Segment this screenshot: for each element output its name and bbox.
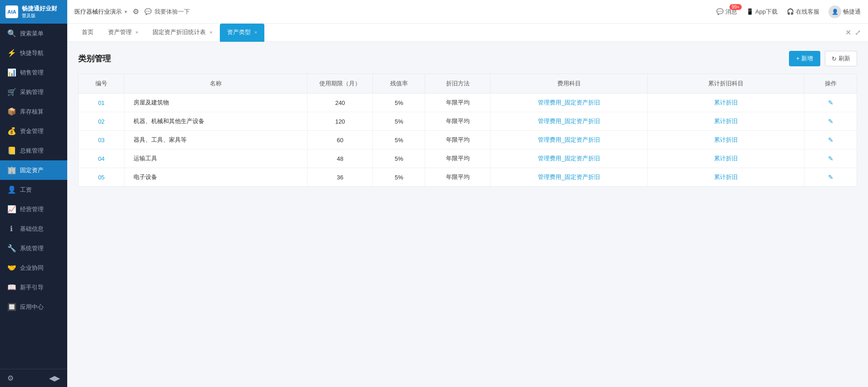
- tab-asset-close-icon[interactable]: ×: [135, 30, 138, 35]
- sidebar-item-funds[interactable]: 💰 资金管理: [0, 121, 67, 141]
- tab-home-label: 首页: [82, 28, 94, 36]
- refresh-button[interactable]: ↻ 刷新: [825, 51, 857, 66]
- edit-icon[interactable]: ✎: [828, 99, 833, 106]
- edit-icon[interactable]: ✎: [828, 118, 833, 125]
- cell-expense: 管理费用_固定资产折旧: [491, 94, 647, 112]
- demo-selector[interactable]: 医疗器械行业演示 ▾: [74, 8, 127, 16]
- tab-home[interactable]: 首页: [74, 24, 101, 42]
- sidebar-label-sales: 销售管理: [20, 69, 44, 77]
- col-header-period: 使用期限（月）: [308, 74, 373, 94]
- new-button[interactable]: + 新增: [789, 51, 820, 66]
- app-download-label: App下载: [755, 8, 778, 16]
- experience-button[interactable]: 💬 我要体验一下: [144, 8, 190, 16]
- experience-icon: 💬: [144, 8, 152, 15]
- search-icon: 🔍: [7, 29, 15, 38]
- cell-action: ✎: [804, 112, 857, 131]
- cell-expense: 管理费用_固定资产折旧: [491, 149, 647, 168]
- purchase-icon: 🛒: [7, 88, 15, 96]
- cell-residual: 5%: [373, 94, 425, 112]
- tab-depreciation-stats[interactable]: 固定资产折旧统计表 ×: [145, 24, 219, 42]
- sidebar-item-operations[interactable]: 📈 经营管理: [0, 199, 67, 219]
- topbar-right: 💬 消息 99+ 📱 App下载 🎧 在线客服 👤 畅捷通: [716, 5, 861, 18]
- tabbar: 首页 资产管理 × 固定资产折旧统计表 × 资产类型 × ✕ ⤢: [67, 24, 868, 42]
- edit-icon[interactable]: ✎: [828, 174, 833, 181]
- cell-action: ✎: [804, 149, 857, 168]
- collapse-icon[interactable]: ◀▶: [49, 374, 60, 382]
- edit-icon[interactable]: ✎: [828, 136, 833, 144]
- cell-residual: 5%: [373, 149, 425, 168]
- sidebar-item-appstore[interactable]: 🔲 应用中心: [0, 297, 67, 317]
- cell-depreciation: 累计折旧: [647, 131, 804, 149]
- close-all-icon[interactable]: ✕: [845, 28, 851, 37]
- logo-icon: AtA: [5, 5, 18, 18]
- cell-name: 运输工具: [124, 149, 308, 168]
- cell-method: 年限平均: [425, 168, 491, 187]
- topbar-settings-icon[interactable]: ⚙: [133, 7, 139, 16]
- cell-name: 电子设备: [124, 168, 308, 187]
- table-row: 02 机器、机械和其他生产设备 120 5% 年限平均 管理费用_固定资产折旧 …: [79, 112, 857, 131]
- sidebar-label-guide: 新手引导: [20, 283, 44, 292]
- funds-icon: 💰: [7, 127, 15, 135]
- col-header-name: 名称: [124, 74, 308, 94]
- sidebar-label-funds: 资金管理: [20, 127, 44, 135]
- user-menu[interactable]: 👤 畅捷通: [828, 5, 861, 18]
- cell-action: ✎: [804, 94, 857, 112]
- sidebar-item-fixed[interactable]: 🏢 固定资产: [0, 160, 67, 180]
- sidebar-label-payroll: 工资: [20, 186, 32, 194]
- tab-asset-management[interactable]: 资产管理 ×: [101, 24, 145, 42]
- sidebar-label-search: 搜索菜单: [20, 30, 44, 38]
- sidebar-item-guide[interactable]: 📖 新手引导: [0, 278, 67, 297]
- payroll-icon: 👤: [7, 185, 15, 194]
- cell-method: 年限平均: [425, 94, 491, 112]
- col-header-code: 编号: [79, 74, 124, 94]
- sidebar-item-sales[interactable]: 📊 销售管理: [0, 63, 67, 82]
- user-name: 畅捷通: [843, 8, 861, 16]
- sidebar-label-operations: 经营管理: [20, 205, 44, 213]
- col-header-residual: 残值率: [373, 74, 425, 94]
- cell-period: 240: [308, 94, 373, 112]
- cell-residual: 5%: [373, 168, 425, 187]
- sidebar-scroll: 🔍 搜索菜单 ⚡ 快捷导航 📊 销售管理 🛒 采购管理 📦 库存核算 💰 资金管…: [0, 24, 67, 369]
- operations-icon: 📈: [7, 205, 15, 213]
- messages-button[interactable]: 💬 消息 99+: [716, 8, 737, 16]
- app-download-button[interactable]: 📱 App下载: [746, 8, 778, 16]
- service-icon: 🎧: [787, 8, 794, 15]
- app-logo: AtA 畅捷通好业财 普及版: [0, 0, 67, 24]
- app-name: 畅捷通好业财: [22, 5, 57, 12]
- settings-icon[interactable]: ⚙: [7, 374, 14, 382]
- sidebar-item-system[interactable]: 🔧 系统管理: [0, 238, 67, 258]
- tab-asset-type-close-icon[interactable]: ×: [254, 30, 257, 35]
- sidebar-item-purchase[interactable]: 🛒 采购管理: [0, 82, 67, 102]
- content-area: 类别管理 + 新增 ↻ 刷新 编号 名称 使用期限（月） 残值率 折旧方法: [67, 42, 868, 387]
- sidebar-item-ledger[interactable]: 📒 总账管理: [0, 141, 67, 160]
- online-service-button[interactable]: 🎧 在线客服: [787, 8, 819, 16]
- edit-icon[interactable]: ✎: [828, 155, 833, 162]
- sidebar-item-quicknav[interactable]: ⚡ 快捷导航: [0, 43, 67, 63]
- cell-action: ✎: [804, 131, 857, 149]
- sales-icon: 📊: [7, 68, 15, 77]
- expand-icon[interactable]: ⤢: [855, 28, 861, 37]
- inventory-icon: 📦: [7, 107, 15, 116]
- tab-asset-type[interactable]: 资产类型 ×: [220, 24, 264, 42]
- sidebar-item-cooperation[interactable]: 🤝 企业协同: [0, 258, 67, 278]
- sidebar-item-search[interactable]: 🔍 搜索菜单: [0, 24, 67, 43]
- cell-code: 04: [79, 149, 124, 168]
- demo-label: 医疗器械行业演示: [74, 8, 122, 16]
- cell-name: 机器、机械和其他生产设备: [124, 112, 308, 131]
- sidebar-label-quicknav: 快捷导航: [20, 49, 44, 57]
- col-header-method: 折旧方法: [425, 74, 491, 94]
- chevron-down-icon: ▾: [124, 9, 127, 15]
- cell-name: 房屋及建筑物: [124, 94, 308, 112]
- sidebar-item-payroll[interactable]: 👤 工资: [0, 180, 67, 199]
- table-row: 04 运输工具 48 5% 年限平均 管理费用_固定资产折旧 累计折旧 ✎: [79, 149, 857, 168]
- cell-residual: 5%: [373, 131, 425, 149]
- app-version: 普及版: [22, 13, 57, 19]
- tab-depreciation-close-icon[interactable]: ×: [209, 30, 212, 35]
- tab-depreciation-stats-label: 固定资产折旧统计表: [153, 28, 206, 36]
- col-header-expense: 费用科目: [491, 74, 647, 94]
- cooperation-icon: 🤝: [7, 263, 15, 272]
- cell-expense: 管理费用_固定资产折旧: [491, 131, 647, 149]
- sidebar-label-ledger: 总账管理: [20, 147, 44, 155]
- sidebar-item-inventory[interactable]: 📦 库存核算: [0, 102, 67, 121]
- sidebar-item-basic[interactable]: ℹ 基础信息: [0, 219, 67, 238]
